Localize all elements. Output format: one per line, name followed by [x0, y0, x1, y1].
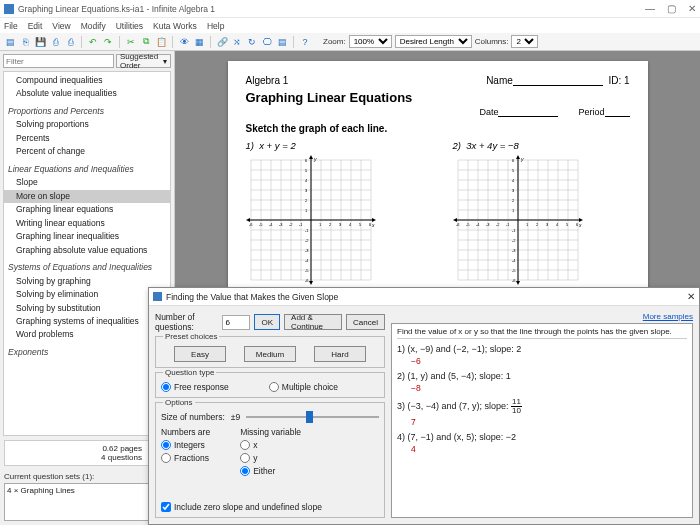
easy-button[interactable]: Easy: [174, 346, 226, 362]
ok-button[interactable]: OK: [254, 314, 280, 330]
tree-item[interactable]: Graphing linear inequalities: [4, 230, 170, 243]
svg-text:4: 4: [305, 178, 308, 183]
dialog-icon: [153, 292, 162, 301]
save-icon[interactable]: 💾: [34, 36, 46, 48]
svg-text:4: 4: [556, 222, 559, 227]
redo-icon[interactable]: ↷: [102, 36, 114, 48]
preview-icon[interactable]: 👁: [178, 36, 190, 48]
tree-item[interactable]: Solving by elimination: [4, 288, 170, 301]
problem-1: 1) x + y = 2 yx-6-6-5-5-4-4-3-3-2-2-1-11…: [246, 140, 423, 285]
paste-icon[interactable]: 📋: [155, 36, 167, 48]
shuffle-icon[interactable]: ⤭: [231, 36, 243, 48]
tree-item[interactable]: Solving by graphing: [4, 275, 170, 288]
copy-icon[interactable]: ⧉: [140, 36, 152, 48]
length-select[interactable]: Desired Length: [395, 35, 472, 48]
add-continue-button[interactable]: Add & Continue: [284, 314, 342, 330]
svg-text:1: 1: [319, 222, 322, 227]
svg-text:5: 5: [359, 222, 362, 227]
print-icon[interactable]: ⎙: [64, 36, 76, 48]
new-icon[interactable]: ▤: [4, 36, 16, 48]
svg-marker-29: [309, 281, 313, 285]
num-questions-input[interactable]: [222, 315, 250, 330]
svg-text:1: 1: [512, 208, 515, 213]
open-icon[interactable]: ⎘: [19, 36, 31, 48]
link-icon[interactable]: 🔗: [216, 36, 228, 48]
stats-box: 0.62 pages4 questions ⟳▦: [4, 440, 170, 466]
worksheet-title: Graphing Linear Equations: [246, 90, 630, 105]
multiple-choice-radio[interactable]: Multiple choice: [269, 382, 338, 392]
tree-item[interactable]: Percent of change: [4, 145, 170, 158]
columns-select[interactable]: 2: [511, 35, 538, 48]
close-button[interactable]: ✕: [688, 3, 696, 14]
svg-text:4: 4: [512, 178, 515, 183]
tree-item[interactable]: Graphing absolute value equations: [4, 244, 170, 257]
page-icon[interactable]: ▦: [193, 36, 205, 48]
svg-text:-6: -6: [249, 222, 253, 227]
cancel-button[interactable]: Cancel: [346, 314, 385, 330]
tree-item[interactable]: More on slope: [4, 190, 170, 203]
columns-label: Columns:: [475, 37, 509, 46]
tree-item[interactable]: Graphing systems of inequalities: [4, 315, 170, 328]
svg-text:-5: -5: [305, 268, 309, 273]
tree-item[interactable]: Solving by substitution: [4, 302, 170, 315]
filter-input[interactable]: [3, 54, 114, 68]
fractions-radio[interactable]: Fractions: [161, 453, 210, 463]
svg-text:-1: -1: [305, 228, 309, 233]
integers-radio[interactable]: Integers: [161, 440, 210, 450]
tree-item[interactable]: Slope: [4, 176, 170, 189]
svg-text:-3: -3: [486, 222, 490, 227]
zoom-select[interactable]: 100%: [349, 35, 392, 48]
tree-item[interactable]: Percents: [4, 132, 170, 145]
svg-text:-6: -6: [512, 278, 516, 283]
svg-text:-3: -3: [305, 248, 309, 253]
topic-tree[interactable]: Compound inequalitiesAbsolute value ineq…: [3, 71, 171, 436]
undo-icon[interactable]: ↶: [87, 36, 99, 48]
include-zero-checkbox[interactable]: Include zero slope and undefined slope: [161, 502, 379, 512]
menu-view[interactable]: View: [52, 21, 70, 31]
more-samples-link[interactable]: More samples: [391, 312, 693, 321]
question-dialog: Finding the Value that Makes the Given S…: [148, 287, 700, 525]
menu-modify[interactable]: Modify: [81, 21, 106, 31]
missing-x-radio[interactable]: x: [240, 440, 301, 450]
menu-kutaworks[interactable]: Kuta Works: [153, 21, 197, 31]
tree-item[interactable]: Word problems: [4, 328, 170, 341]
tree-item[interactable]: Writing linear equations: [4, 217, 170, 230]
tree-item[interactable]: Graphing linear equations: [4, 203, 170, 216]
missing-y-radio[interactable]: y: [240, 453, 301, 463]
menu-utilities[interactable]: Utilities: [116, 21, 143, 31]
svg-text:-2: -2: [289, 222, 293, 227]
regen-icon[interactable]: ↻: [246, 36, 258, 48]
current-sets-list[interactable]: 4 × Graphing Lines: [4, 483, 170, 521]
svg-text:2: 2: [329, 222, 332, 227]
display-icon[interactable]: 🖵: [261, 36, 273, 48]
minimize-button[interactable]: —: [645, 3, 655, 14]
tree-item[interactable]: Compound inequalities: [4, 74, 170, 87]
medium-button[interactable]: Medium: [244, 346, 296, 362]
maximize-button[interactable]: ▢: [667, 3, 676, 14]
help-icon[interactable]: ?: [299, 36, 311, 48]
zoom-label: Zoom:: [323, 37, 346, 46]
toolbar: ▤ ⎘ 💾 ⎙ ⎙ ↶ ↷ ✂ ⧉ 📋 👁 ▦ 🔗 ⤭ ↻ 🖵 ▤ ? Zoom…: [0, 33, 700, 51]
cut-icon[interactable]: ✂: [125, 36, 137, 48]
tree-item[interactable]: Solving proportions: [4, 118, 170, 131]
svg-text:-2: -2: [512, 238, 516, 243]
graph-icon[interactable]: ▤: [276, 36, 288, 48]
size-slider[interactable]: [246, 416, 379, 418]
sample-pane: Find the value of x or y so that the lin…: [391, 323, 693, 518]
dialog-close-button[interactable]: ✕: [687, 291, 695, 302]
hard-button[interactable]: Hard: [314, 346, 366, 362]
svg-text:y: y: [520, 156, 524, 162]
svg-text:-5: -5: [512, 268, 516, 273]
menu-help[interactable]: Help: [207, 21, 224, 31]
order-dropdown[interactable]: Suggested Order ▾: [116, 54, 171, 68]
missing-either-radio[interactable]: Either: [240, 466, 301, 476]
svg-text:-3: -3: [512, 248, 516, 253]
menu-file[interactable]: File: [4, 21, 18, 31]
saveas-icon[interactable]: ⎙: [49, 36, 61, 48]
svg-text:3: 3: [339, 222, 342, 227]
tree-item[interactable]: Absolute value inequalities: [4, 87, 170, 100]
svg-text:-1: -1: [506, 222, 510, 227]
free-response-radio[interactable]: Free response: [161, 382, 229, 392]
svg-text:2: 2: [305, 198, 308, 203]
menu-edit[interactable]: Edit: [28, 21, 43, 31]
